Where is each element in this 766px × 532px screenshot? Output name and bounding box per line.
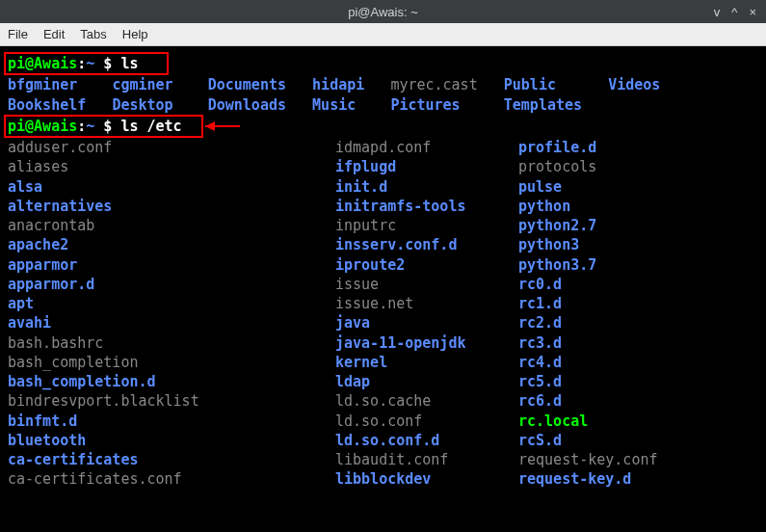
ls-item: ld.so.cache — [335, 391, 518, 411]
ls-item: avahi — [8, 313, 335, 332]
highlight-box-1: pi@Awais:~ $ ls — [4, 52, 169, 75]
prompt-dollar: $ — [103, 55, 112, 72]
ls-item: rc1.d — [518, 294, 758, 313]
ls-item: apt — [8, 294, 335, 313]
prompt-user: pi@Awais — [8, 55, 77, 72]
ls-item: bluetooth — [8, 431, 335, 450]
ls-item: python2.7 — [518, 216, 758, 235]
ls-item: rc4.d — [518, 353, 758, 372]
ls-item: inputrc — [335, 216, 518, 235]
ls-item: Bookshelf — [8, 96, 112, 114]
maximize-button[interactable]: ^ — [731, 5, 737, 19]
ls-item: Desktop — [112, 96, 207, 114]
ls-item: bindresvport.blacklist — [8, 391, 335, 411]
ls-item: bfgminer — [8, 76, 112, 93]
ls-item: java — [335, 313, 518, 332]
ls-home-output: bfgminer cgminer Documents hidapi myrec.… — [8, 75, 758, 115]
ls-item: initramfs-tools — [335, 197, 518, 216]
ls-item: rc5.d — [518, 372, 758, 391]
ls-item: ld.so.conf.d — [335, 431, 518, 450]
ls-item: Videos — [608, 76, 695, 93]
close-button[interactable]: × — [749, 5, 756, 19]
menu-help[interactable]: Help — [122, 27, 148, 41]
prompt-path: ~ — [86, 118, 94, 135]
menu-edit[interactable]: Edit — [43, 27, 65, 41]
ls-etc-col1: adduser.confaliasesalsaalternativesanacr… — [8, 138, 335, 490]
ls-item: protocols — [518, 157, 758, 176]
ls-item: hidapi — [312, 76, 390, 93]
ls-item: insserv.conf.d — [335, 235, 518, 254]
terminal[interactable]: pi@Awais:~ $ ls bfgminer cgminer Documen… — [0, 46, 766, 532]
ls-item: issue — [335, 275, 518, 294]
ls-item: rc.local — [518, 412, 758, 431]
ls-item: bash.bashrc — [8, 333, 335, 353]
ls-item: python3 — [518, 235, 758, 254]
ls-item: cgminer — [112, 76, 207, 93]
prompt-user: pi@Awais — [8, 118, 77, 135]
command-1: ls — [120, 55, 138, 72]
ls-item: Downloads — [208, 96, 312, 114]
ls-item: Pictures — [390, 96, 503, 114]
ls-item: ld.so.conf — [335, 412, 518, 431]
ls-item: rcS.d — [518, 431, 758, 450]
highlight-box-2: pi@Awais:~ $ ls /etc — [4, 115, 203, 138]
ls-item: rc6.d — [518, 391, 758, 411]
ls-item: anacrontab — [8, 216, 335, 235]
ls-item: kernel — [335, 353, 518, 372]
menubar: File Edit Tabs Help — [0, 23, 766, 46]
menu-tabs[interactable]: Tabs — [80, 27, 106, 41]
window-title: pi@Awais: ~ — [348, 5, 418, 19]
ls-item: apparmor.d — [8, 275, 335, 294]
ls-item: Music — [312, 96, 390, 114]
ls-item: myrec.cast — [390, 76, 503, 93]
ls-item: java-11-openjdk — [335, 333, 518, 353]
ls-item: request-key.d — [518, 469, 758, 489]
ls-item: ifplugd — [335, 157, 518, 176]
ls-item: init.d — [335, 177, 518, 197]
ls-item: rc2.d — [518, 313, 758, 332]
ls-item: adduser.conf — [8, 138, 335, 157]
ls-item: bash_completion.d — [8, 372, 335, 391]
command-2: ls /etc — [120, 118, 181, 135]
ls-item: apparmor — [8, 255, 335, 275]
window-controls: v ^ × — [714, 5, 756, 19]
minimize-button[interactable]: v — [714, 5, 721, 19]
ls-item: rc3.d — [518, 333, 758, 353]
svg-marker-1 — [205, 121, 215, 131]
ls-etc-output: adduser.confaliasesalsaalternativesanacr… — [8, 138, 758, 490]
ls-item: idmapd.conf — [335, 138, 518, 157]
ls-item: libaudit.conf — [335, 450, 518, 469]
ls-etc-col2: idmapd.confifplugdinit.dinitramfs-toolsi… — [335, 138, 518, 490]
arrow-icon — [205, 120, 244, 133]
ls-item: binfmt.d — [8, 412, 335, 431]
ls-item: bash_completion — [8, 353, 335, 372]
ls-item: aliases — [8, 157, 335, 176]
ls-item: Documents — [208, 76, 312, 93]
ls-item: ca-certificates — [8, 450, 335, 469]
prompt-line-1: pi@Awais:~ $ ls — [8, 52, 758, 75]
ls-item: profile.d — [518, 138, 758, 157]
ls-item: ldap — [335, 372, 518, 391]
ls-item: pulse — [518, 177, 758, 197]
ls-item: alternatives — [8, 197, 335, 216]
ls-item: issue.net — [335, 294, 518, 313]
ls-item: alsa — [8, 177, 335, 197]
ls-item: request-key.conf — [518, 450, 758, 469]
prompt-path: ~ — [86, 55, 94, 72]
ls-item: libblockdev — [335, 469, 518, 489]
ls-etc-col3: profile.dprotocolspulsepythonpython2.7py… — [518, 138, 758, 490]
menu-file[interactable]: File — [8, 27, 28, 41]
ls-item: iproute2 — [335, 255, 518, 275]
prompt-line-2: pi@Awais:~ $ ls /etc — [8, 115, 758, 138]
ls-item: Templates — [504, 96, 608, 114]
ls-item: rc0.d — [518, 275, 758, 294]
ls-item: python3.7 — [518, 255, 758, 275]
prompt-dollar: $ — [103, 118, 112, 135]
ls-item: Public — [504, 76, 608, 93]
ls-item: ca-certificates.conf — [8, 469, 335, 489]
titlebar: pi@Awais: ~ v ^ × — [0, 0, 766, 23]
ls-item: apache2 — [8, 235, 335, 254]
ls-item: python — [518, 197, 758, 216]
